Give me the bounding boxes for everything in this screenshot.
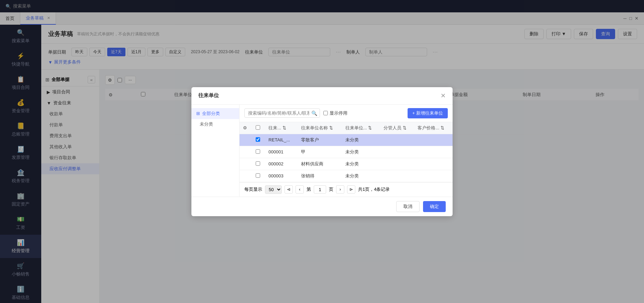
row-select-checkbox[interactable] [256,161,260,166]
row-settings [240,170,252,182]
dialog-header: 往来单位 ✕ [191,87,453,105]
row-category: 未分类 [342,158,380,170]
dialog-left-panel: ⊞ 全部分类 未分类 [191,105,240,197]
row-settings [240,158,252,170]
show-disabled-label[interactable]: 显示停用 [323,110,347,116]
row-code: RETAIL_... [265,134,298,146]
uncategorized-label: 未分类 [200,121,213,127]
partner-header-checkbox[interactable] [256,125,260,130]
row-price [414,170,453,182]
partner-table: ⚙ 往来... ⇅ 往来单位名称 ⇅ 往来单位... ⇅ [240,122,453,182]
row-code: 000001 [265,146,298,158]
dialog-body: ⊞ 全部分类 未分类 🔍 显示停用 [191,105,453,197]
dialog-all-category[interactable]: ⊞ 全部分类 [191,108,239,119]
page-total: 共1页，4条记录 [358,186,390,193]
dialog-actions: 取消 确定 [191,197,453,216]
row-manager [380,158,414,170]
sort-name-icon: ⇅ [329,125,333,130]
row-price [414,134,453,146]
row-checkbox[interactable] [252,146,265,158]
row-name: 材料供应商 [298,158,342,170]
row-settings [240,134,252,146]
confirm-button[interactable]: 确定 [423,201,446,212]
th-settings: ⚙ [240,122,252,134]
sort-price-icon: ⇅ [441,125,444,130]
sort-icon: ⇅ [282,125,286,130]
th-manager: 分管人员 ⇅ [380,122,414,134]
th-category: 往来单位... ⇅ [342,122,380,134]
row-checkbox[interactable] [252,158,265,170]
th-code: 往来... ⇅ [265,122,298,134]
page-next-btn[interactable]: › [336,185,344,194]
modal-overlay: 往来单位 ✕ ⊞ 全部分类 未分类 🔍 [0,0,644,303]
all-category-icon: ⊞ [196,111,200,116]
sort-mgr-icon: ⇅ [403,125,407,130]
dialog-pagination: 每页显示 50 ⊲ ‹ 第 页 › ⊳ 共1页，4条记录 [240,182,453,197]
partner-table-row[interactable]: 000003 张销得 未分类 [240,170,453,182]
row-category: 未分类 [342,146,380,158]
partner-table-row[interactable]: 000001 甲 未分类 [240,146,453,158]
search-wrap: 🔍 [244,108,320,118]
row-select-checkbox[interactable] [256,137,260,142]
dialog-title: 往来单位 [198,92,441,99]
page-size-select[interactable]: 50 [265,185,282,194]
row-price [414,158,453,170]
row-name: 甲 [298,146,342,158]
dialog-right-panel: 🔍 显示停用 + 新增往来单位 ⚙ [240,105,453,197]
page-first-btn[interactable]: ⊲ [285,185,293,194]
partner-table-row[interactable]: 000002 材料供应商 未分类 [240,158,453,170]
search-icon: 🔍 [311,110,317,116]
page-number-input[interactable] [314,185,326,194]
row-category: 未分类 [342,170,380,182]
page-label: 第 [307,186,311,193]
partner-table-row[interactable]: RETAIL_... 零散客户 未分类 [240,134,453,146]
show-disabled-text: 显示停用 [330,110,347,116]
row-checkbox[interactable] [252,134,265,146]
cancel-button[interactable]: 取消 [396,201,420,212]
row-category: 未分类 [342,134,380,146]
dialog-close-btn[interactable]: ✕ [441,92,446,100]
th-settings-icon: ⚙ [243,125,247,130]
th-price: 客户价格... ⇅ [414,122,453,134]
dialog-uncategorized[interactable]: 未分类 [191,119,239,129]
partner-search-input[interactable] [244,108,320,118]
show-disabled-checkbox[interactable] [323,111,328,115]
dialog-table-wrap: ⚙ 往来... ⇅ 往来单位名称 ⇅ 往来单位... ⇅ [240,122,453,182]
row-select-checkbox[interactable] [256,149,260,154]
th-checkbox [252,122,265,134]
row-manager [380,170,414,182]
page-size-label: 每页显示 [244,186,262,193]
add-partner-btn[interactable]: + 新增往来单位 [408,108,448,118]
dialog-toolbar: 🔍 显示停用 + 新增往来单位 [240,105,453,122]
row-checkbox[interactable] [252,170,265,182]
row-settings [240,146,252,158]
page-last-btn[interactable]: ⊳ [347,185,355,194]
row-manager [380,146,414,158]
row-name: 张销得 [298,170,342,182]
all-category-label: 全部分类 [202,110,220,117]
page-prev-btn[interactable]: ‹ [296,185,304,194]
row-code: 000002 [265,158,298,170]
row-price [414,146,453,158]
page-unit: 页 [329,186,333,193]
row-name: 零散客户 [298,134,342,146]
sort-cat-icon: ⇅ [368,125,372,130]
row-select-checkbox[interactable] [256,173,260,178]
row-code: 000003 [265,170,298,182]
th-name: 往来单位名称 ⇅ [298,122,342,134]
partner-dialog: 往来单位 ✕ ⊞ 全部分类 未分类 🔍 [191,87,453,216]
row-manager [380,134,414,146]
